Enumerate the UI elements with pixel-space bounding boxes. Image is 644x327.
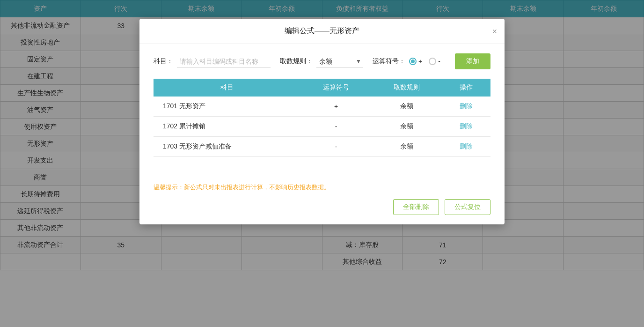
- modal-body: 科目： 取数规则： 余额 借方发生额 贷方发生额 ▼ 运算: [139, 44, 505, 176]
- subject-input[interactable]: [177, 56, 271, 67]
- modal-footer: 温馨提示：新公式只对未出报表进行计算，不影响历史报表数据。 全部删除 公式复位: [139, 176, 505, 224]
- subject-group: 科目：: [154, 56, 271, 67]
- action-cell: 删除: [442, 97, 490, 117]
- table-column-header: 运算符号: [301, 79, 372, 97]
- subject-cell: 1702 累计摊销: [154, 117, 301, 137]
- rule-cell: 余额: [372, 137, 442, 157]
- footer-buttons: 全部删除 公式复位: [154, 199, 490, 215]
- tip-text: 温馨提示：新公式只对未出报表进行计算，不影响历史报表数据。: [154, 183, 490, 192]
- radio-minus-label: -: [438, 58, 440, 65]
- delete-row-button[interactable]: 删除: [460, 142, 473, 150]
- table-row: 1703 无形资产减值准备-余额删除: [154, 137, 490, 157]
- operator-cell: -: [301, 137, 372, 157]
- delete-row-button[interactable]: 删除: [460, 102, 473, 110]
- radio-plus-circle: [409, 58, 417, 65]
- radio-minus[interactable]: -: [429, 58, 440, 65]
- add-button[interactable]: 添加: [455, 53, 490, 69]
- rule-label: 取数规则：: [280, 57, 313, 66]
- delete-all-button[interactable]: 全部删除: [393, 199, 439, 215]
- delete-row-button[interactable]: 删除: [460, 122, 473, 130]
- table-row: 1701 无形资产+余额删除: [154, 97, 490, 117]
- radio-group: + -: [409, 58, 440, 65]
- close-button[interactable]: ×: [492, 27, 497, 36]
- radio-plus-label: +: [418, 58, 422, 65]
- action-cell: 删除: [442, 137, 490, 157]
- formula-table: 科目运算符号取数规则操作 1701 无形资产+余额删除1702 累计摊销-余额删…: [154, 79, 490, 157]
- table-row: 1702 累计摊销-余额删除: [154, 117, 490, 137]
- rule-select-wrapper: 余额 借方发生额 贷方发生额 ▼: [316, 56, 363, 67]
- rule-select[interactable]: 余额 借方发生额 贷方发生额: [316, 56, 363, 67]
- table-column-header: 取数规则: [372, 79, 442, 97]
- form-row: 科目： 取数规则： 余额 借方发生额 贷方发生额 ▼ 运算: [154, 53, 490, 69]
- operator-cell: -: [301, 117, 372, 137]
- rule-cell: 余额: [372, 97, 442, 117]
- radio-plus[interactable]: +: [409, 58, 422, 65]
- operator-label: 运算符号：: [373, 57, 405, 66]
- reset-button[interactable]: 公式复位: [445, 199, 490, 215]
- table-column-header: 科目: [154, 79, 301, 97]
- modal-title: 编辑公式——无形资产: [285, 27, 359, 35]
- subject-cell: 1703 无形资产减值准备: [154, 137, 301, 157]
- subject-label: 科目：: [154, 57, 173, 66]
- radio-minus-circle: [429, 58, 436, 65]
- operator-group: 运算符号： + -: [373, 57, 440, 66]
- rule-group: 取数规则： 余额 借方发生额 贷方发生额 ▼: [280, 56, 363, 67]
- action-cell: 删除: [442, 117, 490, 137]
- table-column-header: 操作: [442, 79, 490, 97]
- modal-container: 编辑公式——无形资产 × 科目： 取数规则： 余额 借方发生额 贷方发生额: [139, 19, 505, 224]
- rule-cell: 余额: [372, 117, 442, 137]
- subject-cell: 1701 无形资产: [154, 97, 301, 117]
- modal-overlay: 编辑公式——无形资产 × 科目： 取数规则： 余额 借方发生额 贷方发生额: [0, 0, 644, 327]
- operator-cell: +: [301, 97, 372, 117]
- modal-header: 编辑公式——无形资产 ×: [139, 19, 505, 44]
